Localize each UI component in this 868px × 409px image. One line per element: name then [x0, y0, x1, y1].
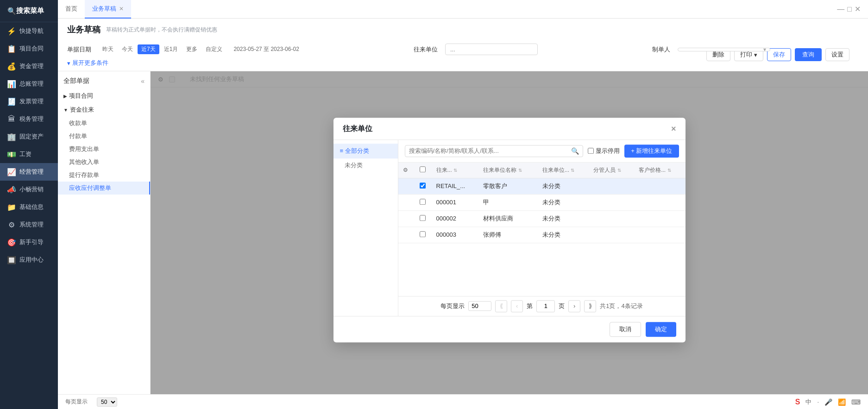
- modal-close-button[interactable]: ×: [671, 124, 676, 134]
- sidebar-item-finance[interactable]: 💰 资金管理: [0, 57, 58, 75]
- sidebar-item-basic[interactable]: 📁 基础信息: [0, 198, 58, 216]
- date-btn-custom[interactable]: 自定义: [202, 44, 226, 54]
- table-row[interactable]: 000003 张师傅 未分类: [398, 227, 686, 243]
- table-row[interactable]: 000001 甲 未分类: [398, 194, 686, 210]
- sidebar-item-project[interactable]: 📋 项目合同: [0, 40, 58, 57]
- invoice-icon: 🧾: [7, 97, 16, 106]
- date-btn-more[interactable]: 更多: [182, 44, 201, 54]
- per-page-select[interactable]: 50 100: [468, 301, 491, 311]
- page-title: 业务草稿: [67, 24, 101, 35]
- row-check-cell[interactable]: [415, 227, 432, 243]
- tab-close-icon[interactable]: ✕: [119, 6, 124, 12]
- tab-draft[interactable]: 业务草稿 ✕: [85, 0, 131, 19]
- prev-page-btn[interactable]: ‹: [511, 300, 523, 312]
- row-manager-cell: [589, 194, 634, 210]
- sidebar-item-system[interactable]: ⚙ 系统管理: [0, 216, 58, 233]
- panel-collapse-icon[interactable]: «: [141, 77, 145, 85]
- last-page-btn[interactable]: ⟫: [584, 300, 596, 312]
- finance-chevron-icon: ▼: [63, 107, 68, 113]
- other-income-item[interactable]: 其他收入单: [58, 156, 150, 169]
- row-code-cell: RETAIL_...: [432, 178, 479, 194]
- total-text: 共1页，4条记录: [600, 302, 642, 310]
- query-button[interactable]: 查询: [795, 48, 822, 61]
- col-check: [415, 163, 432, 178]
- adjust-item[interactable]: 应收应付调整单: [58, 182, 150, 195]
- sidebar-item-tax[interactable]: 🏛 税务管理: [0, 110, 58, 128]
- table-row[interactable]: RETAIL_... 零散客户 未分类: [398, 178, 686, 194]
- expense-item[interactable]: 费用支出单: [58, 143, 150, 156]
- vendor-filter-input[interactable]: [445, 44, 538, 55]
- date-btn-today[interactable]: 今天: [118, 44, 137, 54]
- row-checkbox[interactable]: [420, 231, 426, 237]
- row-checkbox[interactable]: [420, 199, 426, 205]
- page-header: 业务草稿 草稿转为正式单据时，不会执行满赠促销优惠 删除 打印 ▾ 保存 查询 …: [58, 19, 868, 71]
- minimize-icon[interactable]: —: [837, 5, 844, 13]
- receipt-item[interactable]: 收款单: [58, 117, 150, 130]
- close-window-icon[interactable]: ✕: [855, 5, 861, 13]
- row-settings-cell: [398, 178, 415, 194]
- col-price: 客户价格... ⇅: [634, 163, 685, 178]
- bank-deposit-item[interactable]: 提行存款单: [58, 169, 150, 182]
- date-btn-7days[interactable]: 近7天: [138, 44, 159, 54]
- add-vendor-button[interactable]: + 新增往来单位: [624, 145, 679, 157]
- per-page-label: 每页显示: [440, 302, 465, 310]
- operations-icon: 📈: [7, 168, 16, 176]
- settings-button[interactable]: 设置: [825, 48, 849, 61]
- left-panel-header: 全部单据 «: [58, 77, 150, 89]
- confirm-button[interactable]: 确定: [646, 322, 676, 337]
- col-code: 往来... ⇅: [432, 163, 479, 178]
- col-settings-icon[interactable]: ⚙: [403, 167, 408, 173]
- project-section[interactable]: ▶ 项目合同: [58, 89, 150, 103]
- cancel-button[interactable]: 取消: [610, 322, 641, 337]
- code-sort-icon: ⇅: [453, 168, 457, 173]
- maximize-icon[interactable]: □: [847, 5, 852, 13]
- sidebar-item-quicknav[interactable]: ⚡ 快捷导航: [0, 22, 58, 40]
- sidebar-item-payroll[interactable]: 💵 工资: [0, 145, 58, 163]
- row-checkbox[interactable]: [420, 182, 426, 189]
- row-check-cell[interactable]: [415, 178, 432, 194]
- newguide-icon: 🎯: [7, 238, 16, 246]
- sidebar-item-accounting[interactable]: 📊 总账管理: [0, 75, 58, 93]
- sidebar-item-marketing[interactable]: 📣 小畅营销: [0, 181, 58, 198]
- date-btn-yesterday[interactable]: 昨天: [99, 44, 117, 54]
- sidebar-item-assets[interactable]: 🏢 固定资产: [0, 128, 58, 145]
- taskbar-logo-icon: S: [795, 398, 800, 406]
- show-disabled-label[interactable]: 显示停用: [588, 147, 620, 155]
- tree-all-icon: ≡: [340, 147, 344, 154]
- table-row[interactable]: 000002 材料供应商 未分类: [398, 210, 686, 227]
- sidebar-item-operations[interactable]: 📈 经营管理: [0, 163, 58, 181]
- tree-item-uncategorized[interactable]: 未分类: [333, 158, 398, 172]
- sidebar-item-newguide[interactable]: 🎯 新手引导: [0, 233, 58, 251]
- row-category-cell: 未分类: [538, 194, 589, 210]
- status-per-page-label: 每页显示: [65, 398, 88, 406]
- appcenter-icon: 🔲: [7, 256, 16, 264]
- save-button[interactable]: 保存: [767, 48, 791, 61]
- sidebar-logo[interactable]: 🔍 搜索菜单: [0, 0, 58, 22]
- payment-item[interactable]: 付款单: [58, 130, 150, 143]
- search-icon: 🔍: [571, 147, 579, 155]
- select-all-modal-checkbox[interactable]: [420, 166, 426, 172]
- vendor-filter-label: 往来单位: [414, 45, 438, 54]
- status-bar: 每页显示 50 S 中 · 🎤 📶 ⌨: [58, 394, 868, 409]
- tab-home[interactable]: 首页: [58, 0, 85, 19]
- page-input[interactable]: [536, 300, 555, 312]
- show-disabled-checkbox[interactable]: [588, 148, 594, 154]
- row-code-cell: 000002: [432, 210, 479, 227]
- row-name-cell: 材料供应商: [478, 210, 538, 227]
- tree-item-all[interactable]: ≡ 全部分类: [333, 144, 398, 158]
- date-btn-1month[interactable]: 近1月: [160, 44, 182, 54]
- row-category-cell: 未分类: [538, 227, 589, 243]
- next-page-btn[interactable]: ›: [568, 300, 580, 312]
- row-check-cell[interactable]: [415, 194, 432, 210]
- sidebar-item-invoice[interactable]: 🧾 发票管理: [0, 93, 58, 110]
- row-checkbox[interactable]: [420, 215, 426, 221]
- status-per-page-select[interactable]: 50: [97, 397, 117, 407]
- finance-icon: 💰: [7, 62, 16, 70]
- search-input[interactable]: [409, 147, 569, 154]
- finance-section[interactable]: ▼ 资金往来: [58, 103, 150, 117]
- row-check-cell[interactable]: [415, 210, 432, 227]
- first-page-btn[interactable]: ⟪: [495, 300, 507, 312]
- sidebar-item-appcenter[interactable]: 🔲 应用中心: [0, 251, 58, 269]
- creator-dropdown-icon[interactable]: ▾: [763, 46, 766, 53]
- row-manager-cell: [589, 178, 634, 194]
